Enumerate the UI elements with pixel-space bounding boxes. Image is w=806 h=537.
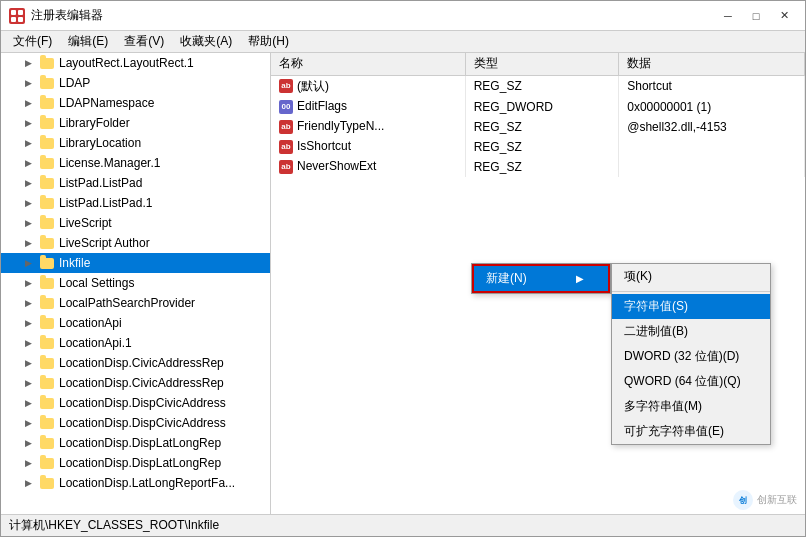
- tree-arrow-icon: ▶: [25, 338, 39, 348]
- tree-item-label: LocationApi: [59, 316, 122, 330]
- cell-type: REG_SZ: [465, 157, 619, 177]
- submenu-item[interactable]: 字符串值(S): [612, 294, 770, 319]
- title-bar: 注册表编辑器 ─ □ ✕: [1, 1, 805, 31]
- cell-data: @shell32.dll,-4153: [619, 117, 805, 137]
- tree-arrow-icon: ▶: [25, 458, 39, 468]
- folder-icon: [39, 135, 55, 151]
- cell-data: Shortcut: [619, 75, 805, 97]
- minimize-button[interactable]: ─: [715, 6, 741, 26]
- tree-item[interactable]: ▶LibraryFolder: [1, 113, 270, 133]
- folder-icon: [39, 295, 55, 311]
- folder-icon: [39, 375, 55, 391]
- registry-tree[interactable]: ▶LayoutRect.LayoutRect.1▶LDAP▶LDAPNamesp…: [1, 53, 271, 514]
- submenu-item[interactable]: 项(K): [612, 264, 770, 289]
- tree-arrow-icon: ▶: [25, 198, 39, 208]
- table-row[interactable]: abNeverShowExtREG_SZ: [271, 157, 805, 177]
- menu-item-文件F[interactable]: 文件(F): [5, 31, 60, 52]
- watermark-logo: 创: [733, 490, 753, 510]
- tree-item[interactable]: ▶LocationDisp.DispCivicAddress: [1, 393, 270, 413]
- tree-item[interactable]: ▶LiveScript: [1, 213, 270, 233]
- tree-item[interactable]: ▶Local Settings: [1, 273, 270, 293]
- folder-icon: [39, 95, 55, 111]
- tree-item-label: Inkfile: [59, 256, 90, 270]
- submenu-item[interactable]: DWORD (32 位值)(D): [612, 344, 770, 369]
- submenu-separator: [612, 291, 770, 292]
- tree-item[interactable]: ▶LocationDisp.CivicAddressRep: [1, 373, 270, 393]
- tree-item[interactable]: ▶LayoutRect.LayoutRect.1: [1, 53, 270, 73]
- status-bar: 计算机\HKEY_CLASSES_ROOT\Inkfile: [1, 514, 805, 536]
- tree-arrow-icon: ▶: [25, 118, 39, 128]
- folder-icon: [39, 315, 55, 331]
- cell-type: REG_DWORD: [465, 97, 619, 117]
- reg-type-icon: 00: [279, 100, 293, 114]
- menu-item-帮助H[interactable]: 帮助(H): [240, 31, 297, 52]
- tree-item[interactable]: ▶LocationDisp.CivicAddressRep: [1, 353, 270, 373]
- svg-rect-2: [11, 17, 16, 22]
- context-menu-container: 新建(N) ▶ 项(K)字符串值(S)二进制值(B)DWORD (32 位值)(…: [471, 263, 611, 294]
- registry-values: 名称 类型 数据 ab(默认)REG_SZShortcut00EditFlags…: [271, 53, 805, 514]
- table-row[interactable]: ab(默认)REG_SZShortcut: [271, 75, 805, 97]
- tree-item[interactable]: ▶LDAP: [1, 73, 270, 93]
- col-name[interactable]: 名称: [271, 53, 465, 75]
- tree-item[interactable]: ▶LocationDisp.DispLatLongRep: [1, 453, 270, 473]
- folder-icon: [39, 155, 55, 171]
- table-row[interactable]: abIsShortcutREG_SZ: [271, 137, 805, 157]
- tree-item-label: LocationApi.1: [59, 336, 132, 350]
- tree-item[interactable]: ▶LDAPNamespace: [1, 93, 270, 113]
- close-button[interactable]: ✕: [771, 6, 797, 26]
- folder-icon: [39, 55, 55, 71]
- tree-item[interactable]: ▶LocationApi: [1, 313, 270, 333]
- cell-data: [619, 157, 805, 177]
- menu-item-收藏夹A[interactable]: 收藏夹(A): [172, 31, 240, 52]
- menu-item-查看V[interactable]: 查看(V): [116, 31, 172, 52]
- tree-arrow-icon: ▶: [25, 478, 39, 488]
- tree-arrow-icon: ▶: [25, 278, 39, 288]
- tree-item[interactable]: ▶LocalPathSearchProvider: [1, 293, 270, 313]
- tree-item[interactable]: ▶LibraryLocation: [1, 133, 270, 153]
- reg-type-icon: ab: [279, 79, 293, 93]
- folder-icon: [39, 195, 55, 211]
- tree-item-label: ListPad.ListPad.1: [59, 196, 152, 210]
- tree-item[interactable]: ▶LocationDisp.DispLatLongRep: [1, 433, 270, 453]
- tree-item[interactable]: ▶ListPad.ListPad: [1, 173, 270, 193]
- tree-item[interactable]: ▶Inkfile: [1, 253, 270, 273]
- window-controls: ─ □ ✕: [715, 6, 797, 26]
- tree-arrow-icon: ▶: [25, 438, 39, 448]
- col-data[interactable]: 数据: [619, 53, 805, 75]
- tree-arrow-icon: ▶: [25, 98, 39, 108]
- cell-type: REG_SZ: [465, 75, 619, 97]
- tree-item[interactable]: ▶LocationDisp.DispCivicAddress: [1, 413, 270, 433]
- main-window: 注册表编辑器 ─ □ ✕ 文件(F)编辑(E)查看(V)收藏夹(A)帮助(H) …: [0, 0, 806, 537]
- cell-data: 0x00000001 (1): [619, 97, 805, 117]
- tree-item-label: ListPad.ListPad: [59, 176, 142, 190]
- tree-item[interactable]: ▶ListPad.ListPad.1: [1, 193, 270, 213]
- col-type[interactable]: 类型: [465, 53, 619, 75]
- folder-icon: [39, 175, 55, 191]
- tree-item-label: LibraryFolder: [59, 116, 130, 130]
- folder-icon: [39, 395, 55, 411]
- tree-item[interactable]: ▶LiveScript Author: [1, 233, 270, 253]
- table-row[interactable]: 00EditFlagsREG_DWORD0x00000001 (1): [271, 97, 805, 117]
- folder-icon: [39, 335, 55, 351]
- maximize-button[interactable]: □: [743, 6, 769, 26]
- tree-item-label: LDAP: [59, 76, 90, 90]
- cell-data: [619, 137, 805, 157]
- tree-item[interactable]: ▶LocationDisp.LatLongReportFa...: [1, 473, 270, 493]
- submenu-item[interactable]: QWORD (64 位值)(Q): [612, 369, 770, 394]
- context-menu-new[interactable]: 新建(N) ▶: [472, 264, 610, 293]
- values-table: 名称 类型 数据 ab(默认)REG_SZShortcut00EditFlags…: [271, 53, 805, 177]
- tree-item-label: LocationDisp.DispLatLongRep: [59, 456, 221, 470]
- table-row[interactable]: abFriendlyTypeN...REG_SZ@shell32.dll,-41…: [271, 117, 805, 137]
- tree-item[interactable]: ▶LocationApi.1: [1, 333, 270, 353]
- tree-item[interactable]: ▶License.Manager.1: [1, 153, 270, 173]
- menu-item-编辑E[interactable]: 编辑(E): [60, 31, 116, 52]
- cell-type: REG_SZ: [465, 137, 619, 157]
- submenu-item[interactable]: 二进制值(B): [612, 319, 770, 344]
- submenu-item[interactable]: 多字符串值(M): [612, 394, 770, 419]
- submenu-item[interactable]: 可扩充字符串值(E): [612, 419, 770, 444]
- tree-arrow-icon: ▶: [25, 158, 39, 168]
- tree-arrow-icon: ▶: [25, 418, 39, 428]
- menu-bar: 文件(F)编辑(E)查看(V)收藏夹(A)帮助(H): [1, 31, 805, 53]
- folder-icon: [39, 435, 55, 451]
- folder-icon: [39, 415, 55, 431]
